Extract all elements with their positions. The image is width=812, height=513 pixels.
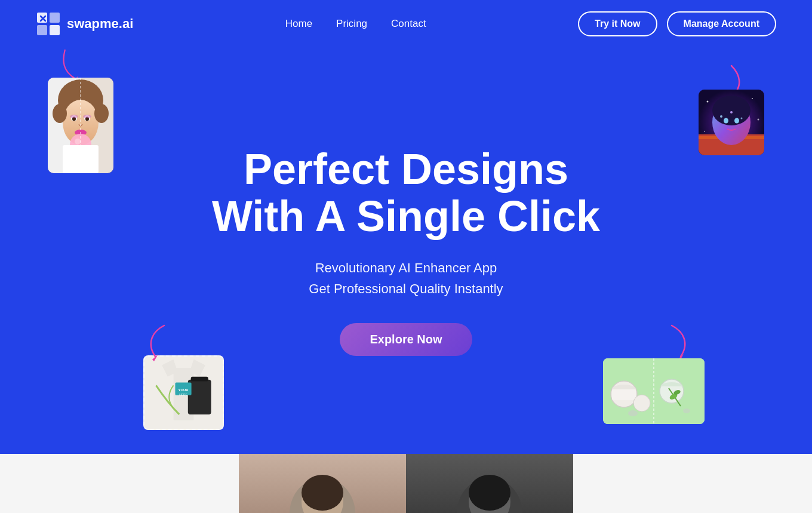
deco-tshirt: YOUR HERE — [143, 355, 224, 430]
svg-point-38 — [730, 111, 733, 113]
manage-account-button[interactable]: Manage Account — [667, 11, 776, 36]
try-it-now-button[interactable]: Try it Now — [578, 11, 657, 36]
svg-point-35 — [734, 118, 739, 124]
svg-point-26 — [752, 98, 753, 99]
svg-point-33 — [712, 96, 751, 125]
logo-icon — [36, 11, 61, 36]
split-image-preview — [239, 454, 573, 513]
svg-point-16 — [70, 115, 78, 118]
svg-text:YOUR: YOUR — [179, 388, 189, 392]
svg-point-10 — [53, 104, 67, 123]
svg-point-11 — [94, 104, 109, 123]
split-image-right — [406, 454, 573, 513]
nav-actions: Try it Now Manage Account — [578, 11, 776, 36]
svg-point-52 — [633, 395, 650, 411]
hero-subtitle: Revolutionary AI Enhancer App Get Profes… — [212, 257, 600, 299]
deco-portrait-top-left — [48, 78, 113, 173]
svg-rect-3 — [50, 25, 60, 35]
svg-point-28 — [704, 131, 705, 132]
tshirt-image: YOUR HERE — [143, 355, 224, 430]
logo-text: swapme.ai — [67, 16, 133, 32]
svg-point-67 — [469, 475, 510, 511]
svg-rect-2 — [37, 25, 47, 35]
svg-point-17 — [83, 115, 91, 118]
svg-rect-51 — [612, 389, 636, 400]
svg-point-34 — [724, 118, 728, 124]
arrow-bottom-left-icon — [143, 320, 191, 361]
split-image-left — [239, 454, 406, 513]
navbar: swapme.ai Home Pricing Contact Try it No… — [0, 0, 812, 48]
explore-now-button[interactable]: Explore Now — [340, 323, 472, 356]
svg-text:HERE: HERE — [179, 394, 187, 397]
svg-point-59 — [683, 408, 690, 413]
svg-rect-41 — [188, 380, 211, 414]
nav-links: Home Pricing Contact — [285, 18, 426, 30]
hero-title: Perfect Designs With A Single Click — [212, 146, 600, 240]
svg-point-20 — [75, 139, 81, 145]
svg-point-37 — [741, 118, 743, 119]
svg-rect-1 — [50, 13, 60, 23]
hero-content: Perfect Designs With A Single Click Revo… — [212, 146, 600, 356]
svg-point-58 — [628, 410, 638, 416]
portrait-image-top-left — [48, 78, 113, 173]
svg-point-36 — [720, 115, 722, 118]
svg-point-63 — [302, 475, 343, 511]
nav-home[interactable]: Home — [285, 18, 312, 30]
products-image — [603, 358, 705, 424]
below-hero-section — [0, 454, 812, 513]
arrow-bottom-right-icon — [645, 320, 693, 361]
logo[interactable]: swapme.ai — [36, 11, 133, 36]
nav-pricing[interactable]: Pricing — [336, 18, 367, 30]
svg-rect-42 — [191, 377, 208, 382]
deco-portrait-top-right — [699, 90, 764, 155]
deco-products — [603, 358, 705, 424]
portrait-image-top-right — [699, 90, 764, 155]
hero-section: Perfect Designs With A Single Click Revo… — [0, 0, 812, 454]
svg-point-27 — [758, 119, 759, 121]
nav-contact[interactable]: Contact — [391, 18, 426, 30]
svg-point-25 — [707, 101, 709, 103]
